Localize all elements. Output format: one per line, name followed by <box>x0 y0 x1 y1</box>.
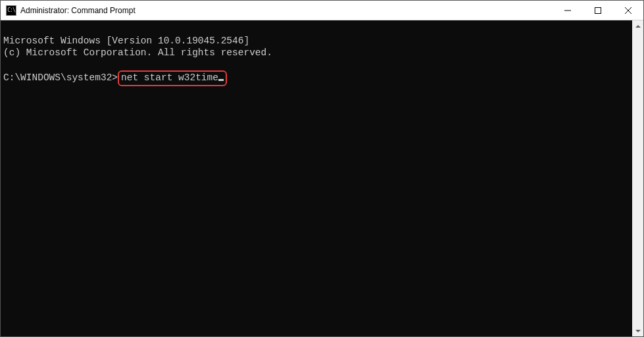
scroll-up-button[interactable] <box>632 20 643 32</box>
version-line: Microsoft Windows [Version 10.0.19045.25… <box>3 36 249 46</box>
scroll-track[interactable] <box>632 32 643 325</box>
chevron-up-icon <box>635 25 641 28</box>
titlebar[interactable]: C:\ Administrator: Command Prompt <box>1 1 643 20</box>
content-area: Microsoft Windows [Version 10.0.19045.25… <box>1 20 643 336</box>
command-prompt-window: C:\ Administrator: Command Prompt Micros… <box>0 0 644 337</box>
close-button[interactable] <box>613 1 643 20</box>
cmd-icon: C:\ <box>6 5 16 16</box>
maximize-icon <box>595 7 601 14</box>
minimize-icon <box>564 7 571 14</box>
svg-marker-5 <box>635 330 641 332</box>
vertical-scrollbar[interactable] <box>632 20 643 336</box>
svg-marker-4 <box>635 25 641 28</box>
window-title: Administrator: Command Prompt <box>20 6 136 15</box>
svg-rect-1 <box>595 7 601 13</box>
command-text: net start w32time <box>121 72 218 83</box>
scroll-down-button[interactable] <box>632 325 643 336</box>
prompt-line: C:\WINDOWS\system32>net start w32time <box>3 70 227 86</box>
chevron-down-icon <box>635 330 641 332</box>
maximize-button[interactable] <box>583 1 613 20</box>
command-highlight: net start w32time <box>118 70 227 86</box>
window-controls <box>553 1 643 20</box>
close-icon <box>625 7 632 14</box>
minimize-button[interactable] <box>553 1 583 20</box>
copyright-line: (c) Microsoft Corporation. All rights re… <box>3 47 272 58</box>
text-cursor <box>218 79 224 81</box>
prompt-text: C:\WINDOWS\system32> <box>3 72 118 83</box>
terminal-output[interactable]: Microsoft Windows [Version 10.0.19045.25… <box>1 20 632 336</box>
